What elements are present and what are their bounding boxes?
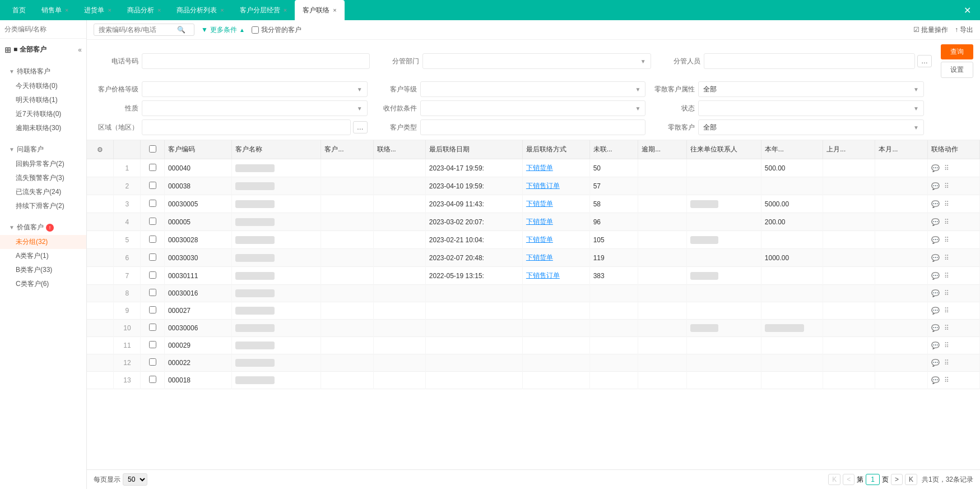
row-last-way[interactable]: 下销货单: [522, 249, 589, 267]
batch-ops-button[interactable]: ☑ 批量操作: [913, 25, 948, 35]
payment-select[interactable]: ▼: [420, 100, 646, 116]
col-last-date-header[interactable]: 最后联络日期: [425, 140, 522, 159]
chat-icon[interactable]: 💬: [931, 182, 940, 190]
more-icon[interactable]: ⠿: [944, 289, 949, 297]
region-extra-btn[interactable]: …: [353, 121, 368, 133]
row-checkbox[interactable]: [149, 358, 156, 366]
row-checkbox[interactable]: [149, 376, 156, 383]
row-last-way[interactable]: [522, 285, 589, 302]
chat-icon[interactable]: 💬: [931, 376, 940, 384]
chat-icon[interactable]: 💬: [931, 164, 940, 172]
settings-icon[interactable]: ⚙: [97, 146, 103, 154]
close-purchase-tab[interactable]: ×: [108, 7, 111, 13]
close-analysis-list-tab[interactable]: ×: [220, 7, 224, 13]
row-checkbox[interactable]: [149, 289, 156, 296]
row-last-way[interactable]: [522, 354, 589, 372]
last-way-link[interactable]: 下销售订单: [526, 271, 560, 279]
last-way-link[interactable]: 下销货单: [526, 218, 553, 225]
region-select[interactable]: [142, 119, 351, 135]
col-name-header[interactable]: 客户名称: [231, 140, 321, 159]
row-checkbox-cell[interactable]: [141, 249, 165, 267]
last-way-link[interactable]: 下销货单: [526, 200, 553, 207]
more-icon[interactable]: ⠿: [944, 218, 949, 226]
col-this-month-header[interactable]: 本月...: [875, 140, 927, 159]
sidebar-item-today[interactable]: 今天待联络(0): [0, 79, 86, 93]
more-icon[interactable]: ⠿: [944, 307, 949, 315]
col-code-header[interactable]: 客户编码: [164, 140, 231, 159]
manager-extra-btn[interactable]: …: [917, 55, 932, 67]
col-last-month-header[interactable]: 上月...: [823, 140, 875, 159]
status-select[interactable]: ▼: [698, 100, 924, 116]
chat-icon[interactable]: 💬: [931, 289, 940, 297]
row-checkbox[interactable]: [149, 324, 156, 331]
close-customer-tier-tab[interactable]: ×: [284, 7, 287, 13]
chat-icon[interactable]: 💬: [931, 324, 940, 332]
row-checkbox[interactable]: [149, 218, 156, 225]
row-last-way[interactable]: [522, 372, 589, 389]
retail-customer-select[interactable]: 全部 ▼: [698, 119, 924, 135]
col-last-way-header[interactable]: 最后联络方式: [522, 140, 589, 159]
sidebar-item-churn-warning[interactable]: 流失预警客户(3): [0, 171, 86, 185]
chat-icon[interactable]: 💬: [931, 236, 940, 244]
col-no-contact-header[interactable]: 未联...: [589, 140, 638, 159]
first-page-button[interactable]: K: [828, 474, 840, 485]
sidebar-collapse-button[interactable]: «: [78, 46, 82, 54]
export-button[interactable]: ↑ 导出: [955, 25, 973, 35]
row-checkbox-cell[interactable]: [141, 159, 165, 177]
row-last-way[interactable]: [522, 337, 589, 354]
sidebar-item-ungrouped[interactable]: 未分组(32): [0, 235, 86, 249]
sidebar-item-churned[interactable]: 已流失客户(24): [0, 185, 86, 199]
next-page-button[interactable]: >: [891, 474, 903, 485]
chat-icon[interactable]: 💬: [931, 342, 940, 349]
row-checkbox[interactable]: [149, 200, 156, 207]
last-way-link[interactable]: 下销售订单: [526, 182, 560, 190]
row-checkbox-cell[interactable]: [141, 213, 165, 231]
row-checkbox-cell[interactable]: [141, 285, 165, 302]
sidebar-item-abnormal[interactable]: 回购异常客户(2): [0, 157, 86, 171]
row-checkbox[interactable]: [149, 341, 156, 348]
my-customers-checkbox-label[interactable]: 我分管的客户: [252, 25, 301, 35]
my-customers-checkbox[interactable]: [252, 26, 259, 34]
sidebar-item-class-c[interactable]: C类客户(6): [0, 277, 86, 291]
row-last-way[interactable]: 下销售订单: [522, 267, 589, 285]
sidebar-all-customers[interactable]: ⊞ ■ 全部客户 «: [0, 42, 86, 57]
window-close-button[interactable]: ✕: [959, 5, 976, 16]
sidebar-item-class-a[interactable]: A类客户(1): [0, 249, 86, 263]
sidebar-item-overdue[interactable]: 逾期未联络(30): [0, 121, 86, 135]
row-last-way[interactable]: 下销货单: [522, 159, 589, 177]
prev-page-button[interactable]: <: [843, 474, 854, 485]
tab-home[interactable]: 首页: [4, 0, 34, 20]
close-customer-contact-tab[interactable]: ×: [333, 7, 336, 13]
more-icon[interactable]: ⠿: [944, 254, 949, 262]
last-way-link[interactable]: 下销货单: [526, 253, 553, 261]
search-icon[interactable]: 🔍: [177, 26, 185, 34]
row-checkbox[interactable]: [149, 182, 156, 189]
query-button[interactable]: 查询: [941, 44, 973, 59]
sidebar-item-declining[interactable]: 持续下滑客户(2): [0, 199, 86, 213]
sidebar-item-7days[interactable]: 近7天待联络(0): [0, 107, 86, 121]
close-sales-tab[interactable]: ×: [65, 7, 68, 13]
dept-select[interactable]: ▼: [422, 53, 651, 69]
row-last-way[interactable]: 下销货单: [522, 195, 589, 213]
tab-customer-contact[interactable]: 客户联络 ×: [295, 0, 344, 20]
row-last-way[interactable]: 下销货单: [522, 231, 589, 249]
row-checkbox-cell[interactable]: [141, 372, 165, 389]
row-checkbox[interactable]: [149, 164, 156, 171]
current-page-number[interactable]: 1: [866, 474, 880, 485]
col-overdue-header[interactable]: 逾期...: [638, 140, 687, 159]
chat-icon[interactable]: 💬: [931, 218, 940, 226]
row-checkbox[interactable]: [149, 306, 156, 313]
chat-icon[interactable]: 💬: [931, 359, 940, 367]
last-way-link[interactable]: 下销货单: [526, 236, 553, 243]
chat-icon[interactable]: 💬: [931, 200, 940, 208]
search-input[interactable]: [99, 26, 177, 34]
row-last-way[interactable]: 下销货单: [522, 213, 589, 231]
col-settings[interactable]: ⚙: [87, 140, 114, 159]
more-icon[interactable]: ⠿: [944, 236, 949, 244]
row-checkbox[interactable]: [149, 253, 156, 261]
more-icon[interactable]: ⠿: [944, 272, 949, 280]
more-icon[interactable]: ⠿: [944, 324, 949, 332]
customer-level-select[interactable]: ▼: [420, 81, 646, 97]
nature-select[interactable]: ▼: [142, 100, 368, 116]
sidebar-item-tomorrow[interactable]: 明天待联络(1): [0, 93, 86, 107]
